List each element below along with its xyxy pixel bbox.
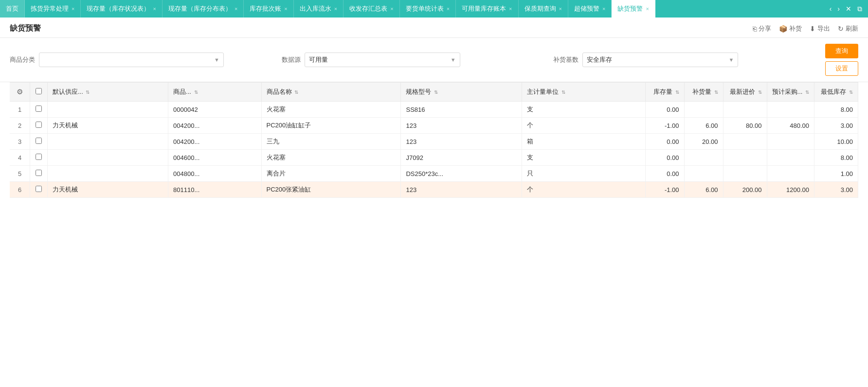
datasource-select[interactable]: 可用量 ▼ [305, 53, 460, 67]
export-action[interactable]: ⬇ 导出 [810, 24, 830, 33]
th-replen[interactable]: 补货量 ⇅ [684, 83, 723, 102]
cell-stock: -1.00 [645, 182, 684, 198]
close-tab-expiry-query[interactable]: × [559, 6, 562, 12]
th-min-stock[interactable]: 最低库存 ⇅ [814, 83, 858, 102]
cell-supplier: 力天机械 [48, 118, 168, 134]
category-select[interactable]: ▼ [39, 53, 224, 67]
row-checkbox[interactable] [36, 122, 42, 128]
tab-collect-summary[interactable]: 收发存汇总表 × [344, 0, 399, 18]
th-plan-purchase[interactable]: 预计采购... ⇅ [767, 83, 814, 102]
sort-name-icon: ⇅ [294, 89, 298, 95]
replenish-icon: 📦 [779, 25, 787, 33]
cell-replen: 6.00 [684, 182, 723, 198]
table-body: 1 0000042 火花塞 SS816 支 0.00 8.00 2 力天机械 0… [10, 102, 858, 198]
row-checkbox[interactable] [36, 186, 42, 192]
close-tab-shortage[interactable]: × [646, 6, 649, 12]
cell-replen [684, 150, 723, 166]
cell-code: 004200... [168, 134, 261, 150]
close-tab-in-out-flow[interactable]: × [334, 6, 337, 12]
table-row: 6 力天机械 801110... PC200张紧油缸 123 个 -1.00 6… [10, 182, 858, 198]
cell-replen: 6.00 [684, 118, 723, 134]
filter-row: 商品分类 ▼ 数据源 可用量 ▼ 补货基数 安全库存 ▼ 查询 设置 [0, 38, 868, 82]
cell-index: 2 [10, 118, 30, 134]
tab-requisition-stat[interactable]: 要货单统计表 × [400, 0, 456, 18]
tab-abnormal[interactable]: 拣货异常处理 × [25, 0, 81, 18]
th-name[interactable]: 商品名称 ⇅ [261, 83, 401, 102]
tab-expiry-query[interactable]: 保质期查询 × [519, 0, 568, 18]
header-actions: ⎗ 分享 📦 补货 ⬇ 导出 ↻ 刷新 [753, 24, 858, 33]
cell-checkbox [30, 166, 48, 182]
close-tab-collect-summary[interactable]: × [390, 6, 393, 12]
refresh-action[interactable]: ↻ 刷新 [838, 24, 858, 33]
sort-supplier-icon: ⇅ [86, 89, 90, 95]
th-checkbox [30, 83, 48, 102]
cell-index: 1 [10, 102, 30, 118]
tab-in-out-flow[interactable]: 出入库流水 × [294, 0, 344, 18]
cell-spec: 123 [401, 118, 522, 134]
th-unit[interactable]: 主计量单位 ⇅ [522, 83, 645, 102]
cell-replen [684, 102, 723, 118]
query-button[interactable]: 查询 [825, 44, 858, 58]
replenish-action[interactable]: 📦 补货 [779, 24, 802, 33]
cell-min-stock: 1.00 [814, 166, 858, 182]
setting-button[interactable]: 设置 [825, 61, 858, 76]
cell-index: 3 [10, 134, 30, 150]
select-all-checkbox[interactable] [36, 88, 42, 94]
row-checkbox[interactable] [36, 138, 42, 144]
tab-inventory-status[interactable]: 现存量（库存状况表） × [81, 0, 162, 18]
cell-stock: 0.00 [645, 102, 684, 118]
share-action[interactable]: ⎗ 分享 [753, 24, 771, 33]
tab-shortage[interactable]: 缺货预警 × [612, 0, 655, 18]
cell-min-stock: 8.00 [814, 150, 858, 166]
tab-close-all-button[interactable]: ✕ [844, 4, 853, 14]
cell-price [723, 134, 767, 150]
close-tab-inventory-status[interactable]: × [153, 6, 156, 12]
cell-name: 三九 [261, 134, 401, 150]
gear-button[interactable]: ⚙ [15, 87, 25, 97]
row-checkbox[interactable] [36, 106, 42, 112]
tab-overstock[interactable]: 超储预警 × [568, 0, 612, 18]
th-supplier[interactable]: 默认供应... ⇅ [48, 83, 168, 102]
cell-unit: 箱 [522, 134, 645, 150]
row-checkbox[interactable] [36, 154, 42, 160]
close-tab-overstock[interactable]: × [602, 6, 605, 12]
page-title: 缺货预警 [10, 23, 41, 34]
th-code[interactable]: 商品... ⇅ [168, 83, 261, 102]
cell-checkbox [30, 118, 48, 134]
close-tab-abnormal[interactable]: × [72, 6, 74, 12]
tab-prev-button[interactable]: ‹ [828, 4, 834, 14]
replen-base-select[interactable]: 安全库存 ▼ [582, 53, 738, 67]
close-tab-requisition-stat[interactable]: × [447, 6, 450, 12]
cell-unit: 支 [522, 102, 645, 118]
row-checkbox[interactable] [36, 170, 42, 176]
th-stock[interactable]: 库存量 ⇅ [645, 83, 684, 102]
tab-inventory-dist[interactable]: 现存量（库存分布表） × [163, 0, 244, 18]
cell-supplier: 力天机械 [48, 182, 168, 198]
tab-available-ledger[interactable]: 可用量库存账本 × [456, 0, 518, 18]
cell-supplier [48, 150, 168, 166]
cell-spec: 123 [401, 182, 522, 198]
tab-next-button[interactable]: › [835, 4, 842, 14]
cell-unit: 个 [522, 118, 645, 134]
close-tab-available-ledger[interactable]: × [509, 6, 512, 12]
th-price[interactable]: 最新进价 ⇅ [723, 83, 767, 102]
cell-replen: 20.00 [684, 134, 723, 150]
sort-min-icon: ⇅ [849, 89, 853, 95]
cell-min-stock: 8.00 [814, 102, 858, 118]
cell-stock: 0.00 [645, 134, 684, 150]
tab-expand-button[interactable]: ⧉ [855, 4, 864, 14]
tab-home[interactable]: 首页 [0, 0, 25, 18]
datasource-value: 可用量 [309, 55, 328, 64]
close-tab-inventory-dist[interactable]: × [235, 6, 237, 12]
cell-code: 004600... [168, 150, 261, 166]
cell-supplier [48, 134, 168, 150]
cell-checkbox [30, 134, 48, 150]
th-settings: ⚙ [10, 83, 30, 102]
cell-replen [684, 166, 723, 182]
table-row: 1 0000042 火花塞 SS816 支 0.00 8.00 [10, 102, 858, 118]
close-tab-batch-account[interactable]: × [284, 6, 287, 12]
tab-batch-account[interactable]: 库存批次账 × [244, 0, 293, 18]
cell-spec: J7092 [401, 150, 522, 166]
th-spec[interactable]: 规格型号 ⇅ [401, 83, 522, 102]
replen-base-arrow-icon: ▼ [728, 57, 734, 63]
